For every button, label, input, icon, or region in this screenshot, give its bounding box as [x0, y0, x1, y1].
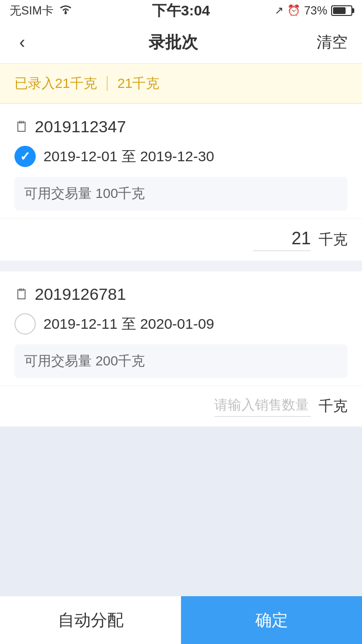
info-divider: [107, 76, 108, 91]
batch-date-row-2[interactable]: 2019-12-11 至 2020-01-09: [0, 308, 362, 339]
location-icon: ↗: [275, 4, 283, 17]
status-left: 无SIM卡: [10, 3, 73, 18]
carrier-text: 无SIM卡: [10, 3, 54, 18]
batch-card-1: 🗒 2019112347 2019-12-01 至 2019-12-30 可用交…: [0, 104, 362, 261]
batch-date-2: 2019-12-11 至 2020-01-09: [43, 314, 214, 334]
bottom-bar: 自动分配 确定: [0, 596, 362, 644]
status-bar: 无SIM卡 下午3:04 ↗ ⏰ 73%: [0, 0, 362, 21]
quantity-placeholder: 请输入销售数量: [214, 397, 309, 412]
back-button[interactable]: ‹: [14, 28, 30, 57]
batch-id-2: 2019126781: [35, 285, 126, 304]
radio-button-2[interactable]: [14, 313, 36, 335]
amount-value-1[interactable]: 21: [253, 228, 311, 251]
batch-available-2: 可用交易量 200千克: [14, 344, 348, 378]
input-row-2: 请输入销售数量 千克: [0, 386, 362, 426]
auto-distribute-button[interactable]: 自动分配: [0, 596, 181, 644]
wifi-icon: [58, 4, 73, 17]
batch-id-1: 2019112347: [35, 117, 126, 136]
battery-percent: 73%: [304, 4, 327, 17]
amount-number-1: 21: [292, 228, 311, 248]
card-divider: [0, 262, 362, 271]
batch-list: 🗒 2019112347 2019-12-01 至 2019-12-30 可用交…: [0, 104, 362, 630]
batch-date-row-1[interactable]: 2019-12-01 至 2019-12-30: [0, 141, 362, 172]
batch-header-2: 🗒 2019126781: [0, 271, 362, 308]
svg-point-0: [64, 12, 67, 14]
status-time: 下午3:04: [152, 1, 210, 21]
amount-unit-1: 千克: [319, 230, 348, 250]
alarm-icon: ⏰: [287, 4, 300, 17]
batch-available-1: 可用交易量 100千克: [14, 177, 348, 210]
info-banner: 已录入21千克 21千克: [0, 64, 362, 104]
amount-row-1: 21 千克: [0, 218, 362, 261]
recorded-amount: 已录入21千克: [14, 74, 97, 93]
batch-doc-icon-2: 🗒: [14, 286, 29, 303]
radio-button-1[interactable]: [14, 146, 36, 167]
nav-bar: ‹ 录批次 清空: [0, 21, 362, 64]
battery-icon: [331, 5, 352, 16]
batch-doc-icon-1: 🗒: [14, 119, 29, 135]
page-title: 录批次: [149, 31, 198, 54]
input-unit-2: 千克: [319, 396, 348, 416]
total-amount: 21千克: [117, 74, 159, 93]
batch-card-2: 🗒 2019126781 2019-12-11 至 2020-01-09 可用交…: [0, 271, 362, 426]
batch-header-1: 🗒 2019112347: [0, 104, 362, 141]
batch-date-1: 2019-12-01 至 2019-12-30: [43, 147, 214, 167]
clear-button[interactable]: 清空: [317, 32, 348, 53]
confirm-button[interactable]: 确定: [181, 596, 362, 644]
status-right: ↗ ⏰ 73%: [275, 4, 352, 17]
battery-fill: [333, 7, 346, 14]
quantity-input-wrap[interactable]: 请输入销售数量: [214, 396, 311, 417]
